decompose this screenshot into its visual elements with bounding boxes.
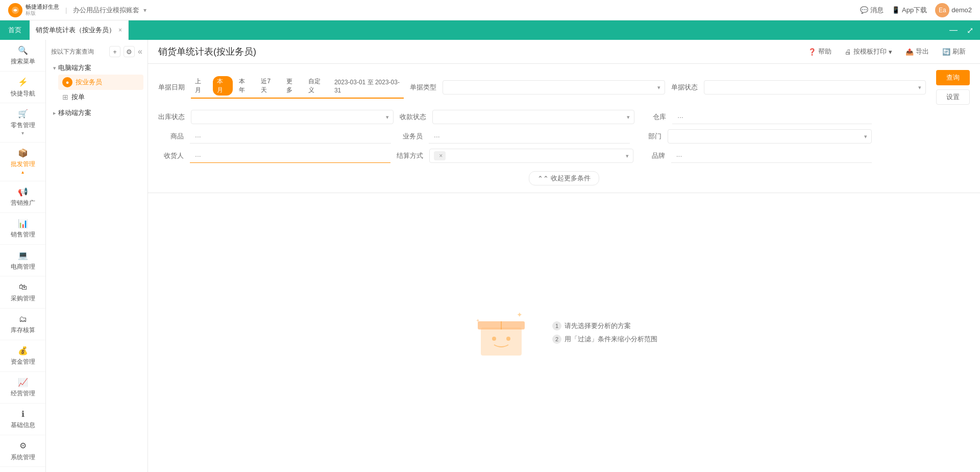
date-this-year[interactable]: 本年	[235, 76, 255, 96]
help-button[interactable]: ❓ 帮助	[804, 45, 836, 58]
retail-icon: 🛒	[18, 108, 28, 120]
date-label: 单据日期	[158, 83, 185, 92]
sidebar-item-wholesale[interactable]: 📦 批发管理 ▴	[0, 143, 45, 181]
goods-field[interactable]: ···	[190, 129, 391, 144]
collapse-panel-button[interactable]: «	[138, 47, 142, 56]
logo-area: 畅捷通好生意 标版	[8, 3, 59, 17]
right-panel: 销货单统计表(按业务员) ❓ 帮助 🖨 按模板打印 ▾ 📤 导出	[148, 40, 980, 472]
filter-row-2: 出库状态 ▾ 收款状态 ▾ 仓库 ···	[158, 110, 970, 124]
staff-label: 业务员	[397, 132, 423, 141]
tree-child-by-staff[interactable]: ● 按业务员	[58, 75, 143, 90]
empty-hint-1: 1 请先选择要分析的方案	[552, 321, 657, 331]
left-panel-title: 按以下方案查询	[51, 48, 94, 56]
purchase-icon: 🛍	[19, 281, 27, 293]
page-actions: ❓ 帮助 🖨 按模板打印 ▾ 📤 导出 🔄 刷新	[804, 45, 970, 58]
date-last-7days[interactable]: 近7天	[257, 76, 280, 96]
warehouse-dots[interactable]: ···	[677, 113, 683, 121]
sidebar-item-ecommerce[interactable]: 💻 电商管理	[0, 245, 45, 276]
app-download-button[interactable]: 📱 App下载	[892, 6, 927, 15]
staff-scheme-icon: ●	[62, 77, 72, 87]
date-more[interactable]: 更多	[282, 76, 302, 96]
consignee-label: 收货人	[158, 151, 184, 160]
date-custom[interactable]: 自定义	[304, 76, 330, 96]
refresh-button[interactable]: 🔄 刷新	[938, 45, 970, 58]
doc-status-select[interactable]: ▾	[704, 80, 926, 95]
message-button[interactable]: 💬 消息	[860, 6, 884, 15]
sidebar-item-label: 基础信息	[11, 421, 35, 430]
sidebar-item-inventory[interactable]: 🗂 库存核算	[0, 309, 45, 340]
sidebar-item-label: 销售管理	[11, 230, 35, 239]
page-title: 销货单统计表(按业务员)	[158, 45, 256, 58]
sidebar-item-collab[interactable]: 🤝 企业协同	[0, 467, 45, 472]
staff-dots[interactable]: ···	[434, 132, 440, 140]
date-last-month[interactable]: 上月	[191, 76, 211, 96]
svg-rect-1	[481, 327, 522, 356]
dept-select[interactable]: ▾	[668, 129, 872, 144]
staff-field[interactable]: ···	[429, 129, 630, 144]
date-this-month[interactable]: 本月	[213, 76, 233, 96]
tree-child-label: 按业务员	[76, 78, 102, 87]
filter-area: 单据日期 上月 本月 本年 近7天 更多 自定义 2023-03-01 至 20…	[148, 64, 980, 193]
receipt-status-arrow-icon: ▾	[627, 114, 630, 121]
settlement-tag-close[interactable]: ×	[439, 152, 443, 159]
system-icon: ⚙	[19, 440, 27, 452]
sidebar-item-basic-info[interactable]: ℹ 基础信息	[0, 404, 45, 435]
sidebar-item-sales[interactable]: 📊 销售管理	[0, 213, 45, 245]
filter-row-3: 商品 ··· 业务员 ··· 部门 ▾	[158, 129, 970, 144]
goods-label: 商品	[158, 132, 184, 141]
export-button[interactable]: 📤 导出	[901, 45, 933, 58]
breadcrumb-arrow-icon[interactable]: ▾	[143, 7, 146, 14]
empty-hint-2: 2 用「过滤」条件来缩小分析范围	[552, 335, 657, 344]
sidebar-item-operations[interactable]: 📈 经营管理	[0, 372, 45, 404]
tab-maximize-button[interactable]: ⤢	[964, 24, 976, 36]
tab-minimize-button[interactable]: —	[947, 24, 960, 36]
sidebar-item-label: 搜索菜单	[11, 57, 35, 66]
sidebar-item-label: 零售管理	[11, 121, 35, 130]
tree-parent-desktop[interactable]: ▾ 电脑端方案	[50, 61, 143, 75]
sidebar-item-retail[interactable]: 🛒 零售管理 ▾	[0, 103, 45, 142]
warehouse-field[interactable]: ···	[672, 110, 872, 124]
warehouse-label: 仓库	[641, 112, 666, 122]
settlement-select[interactable]: × ▾	[429, 149, 633, 163]
collapse-filters: ⌃⌃ 收起更多条件	[158, 168, 970, 186]
settlement-label: 结算方式	[397, 151, 423, 160]
date-bar: 上月 本月 本年 近7天 更多 自定义 2023-03-01 至 2023-03…	[191, 76, 404, 96]
brand-field[interactable]: ···	[671, 149, 872, 163]
dept-label: 部门	[636, 132, 662, 141]
doc-status-label: 单据状态	[671, 83, 698, 92]
receipt-status-select[interactable]: ▾	[432, 110, 635, 124]
scheme-settings-button[interactable]: ⚙	[124, 46, 135, 57]
refresh-icon: 🔄	[942, 48, 950, 56]
sidebar-item-finance[interactable]: 💰 资金管理	[0, 340, 45, 372]
settings-button[interactable]: 设置	[936, 89, 970, 105]
sidebar-item-label: 系统管理	[11, 453, 35, 462]
brand-dots[interactable]: ···	[676, 152, 682, 160]
print-button[interactable]: 🖨 按模板打印 ▾	[841, 45, 896, 58]
sidebar-item-purchase[interactable]: 🛍 采购管理	[0, 276, 45, 308]
tree-child-by-order[interactable]: ⊞ 按单	[58, 90, 143, 104]
empty-hints: 1 请先选择要分析的方案 2 用「过滤」条件来缩小分析范围	[552, 321, 657, 344]
inventory-icon: 🗂	[19, 314, 27, 325]
tab-close-button[interactable]: ×	[118, 27, 122, 34]
doc-type-select[interactable]: ▾	[443, 80, 665, 95]
user-menu[interactable]: Ea demo2	[935, 3, 972, 17]
sidebar-item-search[interactable]: 🔍 搜索菜单	[0, 40, 45, 72]
goods-dots[interactable]: ···	[195, 132, 201, 140]
marketing-icon: 📢	[18, 186, 28, 198]
home-tab[interactable]: 首页	[0, 20, 30, 40]
message-icon: 💬	[860, 6, 868, 14]
collapse-filters-button[interactable]: ⌃⌃ 收起更多条件	[529, 171, 599, 185]
out-status-select[interactable]: ▾	[191, 110, 394, 124]
sidebar-item-quicknav[interactable]: ⚡ 快捷导航	[0, 72, 45, 103]
add-scheme-button[interactable]: +	[109, 46, 120, 57]
consignee-dots[interactable]: ···	[195, 152, 201, 160]
sidebar-item-marketing[interactable]: 📢 营销推广	[0, 181, 45, 213]
sidebar-item-system[interactable]: ⚙ 系统管理	[0, 435, 45, 467]
consignee-field[interactable]: ···	[190, 149, 390, 163]
download-icon: 📱	[892, 6, 900, 14]
tree-parent-mobile[interactable]: ▸ 移动端方案	[50, 106, 143, 120]
active-tab[interactable]: 销货单统计表（按业务员） ×	[30, 20, 129, 40]
sidebar-item-label: 库存核算	[11, 326, 35, 335]
query-button[interactable]: 查询	[936, 70, 970, 85]
sidebar-item-label: 营销推广	[11, 199, 35, 207]
